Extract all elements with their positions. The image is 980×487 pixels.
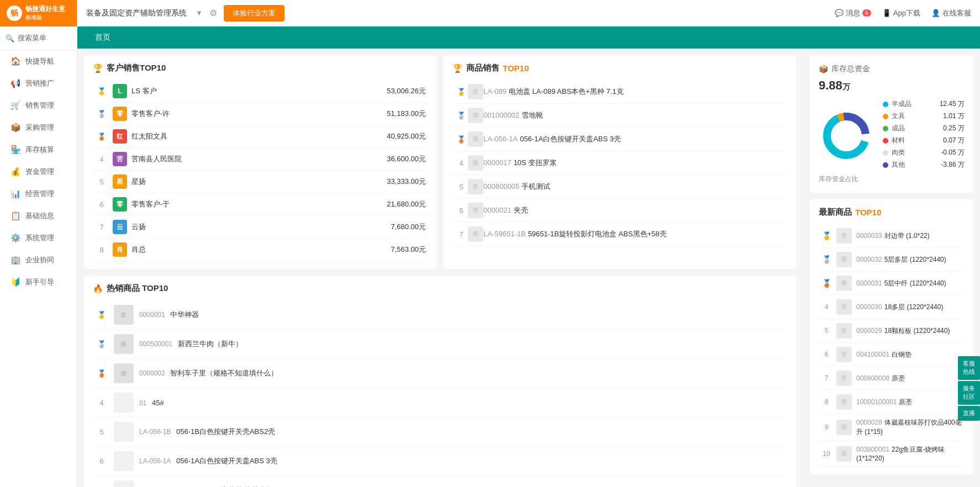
- app-download-button[interactable]: 📱 App下载: [882, 8, 920, 18]
- rank-medal: 🥉: [95, 369, 108, 378]
- gear-icon[interactable]: ⚙: [209, 8, 217, 18]
- table-row: 🥈 图 001000002雪地靴: [452, 104, 788, 128]
- product-name: 000800008原垄: [856, 374, 962, 383]
- message-button[interactable]: 💬 消息 6: [835, 8, 871, 18]
- product-name: 000002918颗粒板 (1220*2440): [856, 326, 962, 336]
- list-item: 🥉 图 00000315层中纤 (1220*2440): [819, 272, 965, 295]
- sidebar-item-basic[interactable]: 📋基础信息: [0, 205, 77, 227]
- search-menu-label: 搜索菜单: [18, 33, 46, 43]
- rank-num: 4: [95, 155, 108, 163]
- rank-medal: 🥉: [95, 133, 108, 141]
- rank-avatar: 云: [113, 220, 127, 234]
- sidebar-search-section: 🔍 搜索菜单: [0, 27, 77, 50]
- online-service-button[interactable]: 👤 在线客服: [931, 8, 971, 18]
- service-icon: 👤: [931, 9, 940, 17]
- sidebar-item-finance[interactable]: 💰资金管理: [0, 161, 77, 183]
- sidebar-item-purchase[interactable]: 📦采购管理: [0, 117, 77, 139]
- sidebar-item-enterprise[interactable]: 🏢企业协同: [0, 249, 77, 271]
- product-image: 图: [468, 155, 483, 171]
- rank-name: 零售客户-于: [131, 199, 387, 209]
- product-info: 0000021夹壳: [483, 205, 786, 215]
- rank-medal: 🥉: [455, 135, 468, 144]
- sidebar-item-system[interactable]: ⚙️系统管理: [0, 227, 77, 249]
- rank-avatar: 肖: [113, 242, 127, 257]
- legend-color: [883, 126, 888, 131]
- trial-button[interactable]: 体验行业方案: [224, 5, 284, 22]
- legend-item: 肉类 -0.05 万: [883, 148, 965, 157]
- rank-amount: 33,333.00元: [387, 177, 426, 187]
- rank-num: 7: [95, 223, 108, 231]
- product-info: 0000001 中华神器: [139, 310, 786, 320]
- dropdown-icon[interactable]: ▼: [196, 9, 203, 17]
- product-image: 图: [836, 323, 852, 338]
- quick-nav-icon: 🏠: [10, 56, 21, 66]
- product-name: 智利车子里（规格不知道填什么）: [170, 369, 278, 377]
- inventory-card: 📦 库存总资金 9.88万 半: [810, 55, 973, 193]
- product-info: 000001710S 变扭罗浆: [483, 158, 786, 168]
- rank-amount: 40,925.00元: [387, 131, 426, 141]
- purchase-icon: 📦: [10, 123, 21, 133]
- logo-sub: 标准版: [25, 14, 65, 22]
- product-image: 图: [836, 347, 852, 362]
- list-item: 4 01 45#: [93, 388, 788, 417]
- rank-num: 6: [821, 351, 832, 358]
- rank-avatar: L: [113, 84, 127, 98]
- inventory-unit: 万: [842, 82, 850, 91]
- hot-products-list: 🥇图 0000001 中华神器 🥈图 000500001 新西兰牛肉（新牛） 🥉…: [93, 300, 788, 487]
- list-item: 🥇图 0000001 中华神器: [93, 300, 788, 330]
- rank-name: 零售客户-许: [131, 109, 387, 119]
- svg-text:图: 图: [121, 312, 127, 318]
- table-row: 🥉 图 LA-056-1A056-1A白色按键开关盖ABS 3壳: [452, 128, 788, 151]
- inventory-ratio-label: 库存资金占比: [819, 174, 965, 184]
- rank-num: 6: [455, 207, 468, 215]
- new-products-card: 最新商品 TOP10 🥇 图 0000033封边带 (1.0*22)🥈 图 00…: [810, 199, 973, 474]
- sidebar-item-guide[interactable]: 🔰新手引导: [0, 271, 77, 293]
- trophy-icon-2: 🏆: [452, 63, 463, 73]
- home-tab[interactable]: 首页: [86, 28, 119, 47]
- inventory-icon: 🏪: [10, 145, 21, 155]
- product-code: 0000001: [139, 311, 165, 319]
- product-name: 中华神器: [170, 310, 199, 319]
- sidebar-item-marketing[interactable]: 📢营销推广: [0, 72, 77, 94]
- sidebar-item-quick-nav[interactable]: 🏠快捷导航: [0, 50, 77, 72]
- list-item: 🥈图 000500001 新西兰牛肉（新牛）: [93, 330, 788, 359]
- sidebar-item-operation[interactable]: 📊经营管理: [0, 183, 77, 205]
- live-broadcast-button[interactable]: 直播: [958, 406, 980, 421]
- list-item: 7 图 000800008原垄: [819, 367, 965, 390]
- service-hotline-button[interactable]: 客服热线: [958, 356, 980, 380]
- app-label: App下载: [893, 8, 920, 18]
- search-menu-button[interactable]: 🔍 搜索菜单: [6, 31, 71, 45]
- content-area: 🏆 客户销售TOP10 🥇 L LS 客户 53,006.26元🥈 零 零售客户…: [77, 49, 980, 487]
- main-area: 装备及固定资产辅助管理系统 ▼ ⚙ 体验行业方案 💬 消息 6 📱 App下载 …: [77, 0, 980, 487]
- finance-icon: 💰: [10, 167, 21, 177]
- marketing-icon: 📢: [10, 78, 21, 88]
- customer-ranking-title: 🏆 客户销售TOP10: [93, 63, 428, 73]
- system-icon: ⚙️: [10, 233, 21, 243]
- sidebar-item-sales[interactable]: 🛒销售管理: [0, 94, 77, 117]
- rank-medal: 🥈: [821, 255, 832, 264]
- svg-rect-8: [114, 451, 134, 471]
- list-item: 🥉图 0000002 智利车子里（规格不知道填什么）: [93, 359, 788, 388]
- rank-avatar: 苦: [113, 152, 127, 166]
- basic-label: 基础信息: [25, 211, 54, 221]
- sidebar-item-inventory[interactable]: 🏪库存核算: [0, 139, 77, 161]
- product-top10-label: TOP10: [503, 63, 529, 73]
- product-name: 0000028体崴嘉枝味苏打饮品400毫升 (1*15): [856, 418, 962, 437]
- product-name: 056-1B白色按键开关壳ABS2壳: [176, 427, 275, 436]
- rank-avatar: 零: [113, 107, 127, 121]
- product-image: 图: [468, 203, 483, 218]
- product-image: 图: [836, 299, 852, 315]
- legend-color: [883, 114, 888, 119]
- svg-rect-7: [114, 422, 134, 442]
- message-icon: 💬: [835, 9, 844, 17]
- legend-color: [883, 162, 888, 168]
- list-item: 5 图 000002918颗粒板 (1220*2440): [819, 319, 965, 343]
- product-name: 00000325层多层 (1220*2440): [856, 255, 962, 264]
- rank-name: 云扬: [131, 222, 391, 232]
- list-item: 5 LA-056-1B 056-1B白色按键开关壳ABS2壳: [93, 417, 788, 447]
- product-image: 图: [468, 108, 483, 123]
- rank-amount: 7,680.00元: [391, 222, 426, 232]
- list-item: 10 图 00380000122g鱼豆腐-烧烤味 (1*12*20): [819, 441, 965, 467]
- finance-label: 资金管理: [25, 167, 54, 177]
- service-community-button[interactable]: 服务社区: [958, 381, 980, 405]
